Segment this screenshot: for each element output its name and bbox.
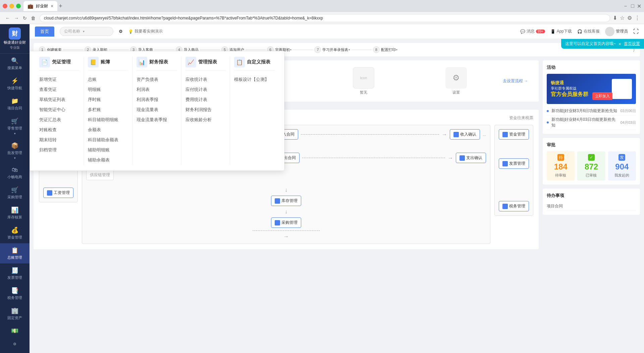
menu-item-reconcile[interactable]: 对账检查 xyxy=(39,125,79,135)
sidebar-item-invoice[interactable]: 🧾 发票管理 xyxy=(0,263,30,284)
menu-item-multi-col-ledger[interactable]: 多栏账 xyxy=(88,105,128,115)
tab-close-btn[interactable]: × xyxy=(51,3,53,9)
sidebar-item-retail[interactable]: 🛒 零售管理 ▾ xyxy=(0,114,30,139)
menu-item-journal[interactable]: 序时账 xyxy=(88,95,128,105)
news-item-1[interactable]: 新功能|好业财3月6日功能更新抢先知 03月06日 xyxy=(547,107,636,115)
menu-item-cashflow-q[interactable]: 现金流量表季报 xyxy=(137,115,177,125)
banner-brand: 畅捷通 xyxy=(551,80,564,85)
approval-item-pending[interactable]: 待 184 待审核 xyxy=(547,151,575,181)
menu-item-ar-aging[interactable]: 应收账龄分析 xyxy=(185,115,226,125)
menu-item-subject-aux-balance[interactable]: 科目辅助余额表 xyxy=(88,135,128,145)
flow-node-purchase[interactable]: 采购管理 xyxy=(271,217,301,228)
flow-node-salary[interactable]: 工资管理 xyxy=(43,188,73,198)
menu-item-view-voucher[interactable]: 查看凭证 xyxy=(39,85,79,95)
menu-item-archive[interactable]: 归档管理 xyxy=(39,145,79,155)
sidebar-settings-btn[interactable]: ⚙ xyxy=(1,339,28,350)
menu-item-draft-voucher[interactable]: 草稿凭证列表 xyxy=(39,95,79,105)
star-icon[interactable]: ☆ xyxy=(620,15,625,21)
sidebar-item-fixed[interactable]: 🏢 固定资产 xyxy=(0,304,30,324)
banner-join-btn[interactable]: 立即加入 xyxy=(592,92,612,100)
sidebar-item-shortcut[interactable]: ⚡ 快捷导航 xyxy=(0,74,30,94)
sidebar-item-ecommerce[interactable]: 🛍 小畅电商 xyxy=(0,163,30,183)
sidebar-item-wholesale[interactable]: 📦 批发管理 ▾ xyxy=(0,139,30,163)
menu-item-aux-balance[interactable]: 辅助余额表 xyxy=(88,155,128,165)
forward-btn[interactable]: → xyxy=(13,14,20,22)
flow-node-capital-mgmt[interactable]: 资金管理 xyxy=(499,129,529,140)
menu-item-template-design[interactable]: 模板设计【公测】 xyxy=(234,74,275,85)
flow-node-expense-confirm[interactable]: 支出确认 xyxy=(456,153,486,163)
home-tab[interactable]: 首页 xyxy=(35,27,54,37)
notification-link[interactable]: 首页设置 xyxy=(624,41,640,47)
financial-report-section-icon: 📊 xyxy=(137,57,147,67)
sidebar-item-general[interactable]: 📋 总账管理 xyxy=(0,243,30,263)
news-item-2[interactable]: 新功能|好业财4月03日功能更新抢先知 04月03日 xyxy=(547,115,636,130)
search-icon: 🔍 xyxy=(11,57,18,64)
download-icon[interactable]: ⬇ xyxy=(613,15,617,21)
sidebar-item-project[interactable]: 📁 项目合同 xyxy=(0,94,30,114)
sidebar-item-salary[interactable]: 💵 工资 xyxy=(0,324,30,335)
sidebar-item-purchase[interactable]: 🛒 采购管理 xyxy=(0,183,30,203)
menu-item-expense-stats[interactable]: 费用统计表 xyxy=(185,95,226,105)
menu-item-smart-voucher[interactable]: 智能凭证中心 xyxy=(39,105,79,115)
window-max-btn[interactable] xyxy=(16,4,21,8)
minimize-btn[interactable]: － xyxy=(623,3,628,10)
company-selector[interactable]: 公司名称 ▾ xyxy=(60,27,113,36)
top-nav: 首页 公司名称 ▾ ⚙ 💡 我要看实例演示 💬 消息 99+ 📱 xyxy=(30,24,644,39)
menu-item-add-voucher[interactable]: 新增凭证 xyxy=(39,74,79,85)
flow-node-income-confirm[interactable]: 收入确认 xyxy=(450,129,480,140)
settings-icon-btn[interactable]: ⚙ xyxy=(119,29,123,34)
flow-node-tax-mgmt[interactable]: 税务管理 xyxy=(499,201,529,211)
message-btn[interactable]: 💬 消息 99+ xyxy=(520,29,545,34)
sidebar-item-search[interactable]: 🔍 搜索菜单 xyxy=(0,54,30,74)
approval-item-approved[interactable]: ✓ 872 已审核 xyxy=(577,151,605,181)
setup-flow-btn[interactable]: 去设置流程 → xyxy=(503,78,528,84)
sidebar-item-inventory[interactable]: 📊 库存核算 xyxy=(0,203,30,223)
user-menu[interactable]: 管理员 xyxy=(605,27,628,36)
menu-item-detail-ledger[interactable]: 明细账 xyxy=(88,85,128,95)
menu-item-voucher-summary[interactable]: 凭证汇总表 xyxy=(39,115,79,125)
sidebar-item-wholesale-label: 批发管理 xyxy=(7,150,22,155)
flow-node-inventory[interactable]: 库存管理 xyxy=(271,196,301,206)
delete-btn[interactable]: 🗑 xyxy=(30,14,37,22)
window-close-btn[interactable] xyxy=(3,4,7,8)
flow-node-invoice-mgmt[interactable]: 发票管理 xyxy=(499,158,529,169)
menu-item-ap-stats[interactable]: 应付统计表 xyxy=(185,85,226,95)
news-date-1: 03月06日 xyxy=(621,108,636,113)
menu-item-ar-stats[interactable]: 应收统计表 xyxy=(185,74,226,85)
fullscreen-btn[interactable]: ⛶ xyxy=(633,29,639,35)
menu-item-balance-sheet[interactable]: 资产负债表 xyxy=(137,74,177,85)
menu-item-income-stmt[interactable]: 利润表 xyxy=(137,85,177,95)
menu-item-income-stmt-q[interactable]: 利润表季报 xyxy=(137,95,177,105)
banner-right: 立即加入 xyxy=(612,79,632,99)
todo-item-1[interactable]: 项目合同 xyxy=(547,202,636,211)
active-tab[interactable]: 💼 好业财 × xyxy=(23,1,57,11)
menu-item-cashflow[interactable]: 现金流量表 xyxy=(137,105,177,115)
close-btn[interactable]: ✕ xyxy=(637,3,641,9)
sent-label: 我发起的 xyxy=(614,173,629,178)
menu-item-finance-profit[interactable]: 财务利润报告 xyxy=(185,105,226,115)
app-download-btn[interactable]: 📱 App下载 xyxy=(550,29,572,34)
notification-close-btn[interactable]: × xyxy=(619,41,621,47)
extension-icon[interactable]: ⚙ xyxy=(627,15,632,21)
menu-item-period-carry[interactable]: 期末结转 xyxy=(39,135,79,145)
demo-btn[interactable]: 💡 我要看实例演示 xyxy=(128,29,163,34)
restore-btn[interactable]: □ xyxy=(631,3,634,9)
icon-item-4[interactable]: Icon 暂无 xyxy=(317,64,410,98)
icon-item-settings[interactable]: ⚙ 设置 xyxy=(410,64,503,98)
sidebar-item-tax[interactable]: 📑 税务管理 xyxy=(0,284,30,304)
address-input[interactable] xyxy=(40,14,610,22)
back-btn[interactable]: ← xyxy=(4,14,11,22)
approval-item-sent[interactable]: 发 904 我发起的 xyxy=(608,151,636,181)
window-min-btn[interactable] xyxy=(9,4,14,8)
ledger-section-title: 账簿 xyxy=(101,59,110,65)
menu-item-balance-table[interactable]: 余额表 xyxy=(88,125,128,135)
online-service-btn[interactable]: 🎧 在线客服 xyxy=(577,29,600,34)
notification-bar[interactable]: 这里可以自定义首页内容哦~ × 首页设置 xyxy=(561,39,644,49)
menu-item-subject-aux-detail[interactable]: 科目辅助明细账 xyxy=(88,115,128,125)
new-tab-btn[interactable]: + xyxy=(59,3,62,10)
refresh-btn[interactable]: ↻ xyxy=(21,14,28,22)
menu-item-aux-detail[interactable]: 辅助明细账 xyxy=(88,145,128,155)
menu-icon[interactable]: ⋮ xyxy=(635,15,640,21)
sidebar-item-capital[interactable]: 💰 资金管理 xyxy=(0,223,30,243)
menu-item-general-ledger[interactable]: 总账 xyxy=(88,74,128,85)
